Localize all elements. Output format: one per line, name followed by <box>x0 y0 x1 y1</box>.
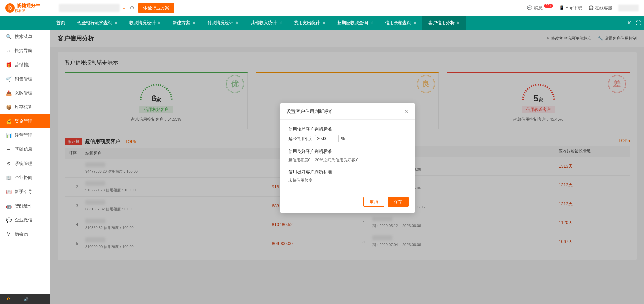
sidebar-icon: ⌂ <box>6 48 11 53</box>
sidebar-item-畅会员[interactable]: V畅会员 <box>0 227 50 241</box>
sidebar-icon: V <box>6 231 11 237</box>
sidebar-item-销售管理[interactable]: 🛒销售管理 <box>0 72 50 86</box>
gear-icon[interactable]: ⚙ <box>130 5 134 11</box>
credit-threshold-input[interactable] <box>315 135 339 142</box>
tab-close-all-icon[interactable]: ✕ <box>627 20 631 26</box>
cancel-button[interactable]: 取消 <box>363 197 384 207</box>
logo-text: 畅捷通好生 <box>17 3 40 8</box>
avatar[interactable] <box>618 5 639 11</box>
sidebar-item-营销推广[interactable]: 🎁营销推广 <box>0 58 50 72</box>
sidebar-item-企业协同[interactable]: 🏢企业协同 <box>0 171 50 185</box>
app-download-link[interactable]: 📱 App下载 <box>559 5 582 11</box>
logo-sub: 标准版 <box>15 9 40 13</box>
sidebar-icon: 🎁 <box>6 62 11 68</box>
modal-sec2-note: 超信用额度0 ~ 20%之间为信用良好客户 <box>288 157 406 163</box>
app-label: App下载 <box>566 5 582 11</box>
sidebar-item-label: 畅会员 <box>15 231 28 237</box>
save-button[interactable]: 保存 <box>388 197 409 207</box>
sidebar-bottom: ✿ 🔊 <box>0 294 50 304</box>
sidebar-item-label: 基础信息 <box>15 146 32 153</box>
phone-icon: 📱 <box>559 5 564 10</box>
badge: 99+ <box>544 4 553 8</box>
tab-close-icon[interactable]: ✕ <box>192 21 195 25</box>
sidebar-icon: ≣ <box>6 147 11 152</box>
tab-费用支出统计[interactable]: 费用支出统计✕ <box>288 16 331 30</box>
logo-icon: b <box>5 3 15 13</box>
sidebar-item-label: 系统管理 <box>15 161 32 167</box>
tab-close-icon[interactable]: ✕ <box>370 21 373 25</box>
sidebar-item-label: 资金管理 <box>15 118 32 124</box>
sidebar-item-label: 经营管理 <box>15 132 32 138</box>
sidebar-item-经营管理[interactable]: 📊经营管理 <box>0 128 50 142</box>
sidebar-item-智能硬件[interactable]: 🤖智能硬件 <box>0 199 50 213</box>
tab-close-icon[interactable]: ✕ <box>279 21 282 25</box>
tab-付款情况统计[interactable]: 付款情况统计✕ <box>201 16 245 30</box>
sidebar-icon: 💬 <box>6 217 11 223</box>
tab-fullscreen-icon[interactable]: ⛶ <box>636 20 641 26</box>
modal-mask: 设置客户信用判断标准 ✕ 信用较差客户判断标准 超出信用额度 % 信用良好客户判… <box>50 30 644 304</box>
sidebar-icon: 📖 <box>6 189 11 194</box>
sidebar-gear-icon[interactable]: ✿ <box>7 297 10 301</box>
message-icon: 💬 <box>527 5 532 10</box>
sidebar-item-资金管理[interactable]: 💰资金管理 <box>0 114 50 128</box>
sidebar-sound-icon[interactable]: 🔊 <box>24 297 29 301</box>
online-service-link[interactable]: 🎧 在线客服 <box>588 5 612 11</box>
sidebar-item-采购管理[interactable]: 📥采购管理 <box>0 86 50 100</box>
tab-信用余额查询[interactable]: 信用余额查询✕ <box>379 16 422 30</box>
sidebar-item-label: 新手引导 <box>15 189 32 195</box>
sidebar-item-label: 快捷导航 <box>15 48 32 54</box>
sidebar-item-企业微信[interactable]: 💬企业微信 <box>0 213 50 227</box>
sidebar-icon: 🔍 <box>6 34 11 39</box>
tab-close-icon[interactable]: ✕ <box>457 21 460 25</box>
tab-close-icon[interactable]: ✕ <box>235 21 239 25</box>
tab-close-icon[interactable]: ✕ <box>158 21 161 25</box>
modal-sec1-prefix: 超出信用额度 <box>288 136 312 142</box>
sidebar: 🔍搜索菜单⌂快捷导航🎁营销推广🛒销售管理📥采购管理📦库存核算💰资金管理📊经营管理… <box>0 30 50 304</box>
sidebar-item-label: 采购管理 <box>15 90 32 96</box>
close-icon[interactable]: ✕ <box>404 108 409 115</box>
tab-客户信用分析[interactable]: 客户信用分析✕ <box>422 16 466 30</box>
sidebar-icon: 📦 <box>6 104 11 110</box>
message-link[interactable]: 💬 消息 99+ <box>527 5 553 11</box>
tab-现金银行流水查询[interactable]: 现金银行流水查询✕ <box>71 16 123 30</box>
sidebar-item-label: 企业协同 <box>15 175 32 181</box>
experience-button[interactable]: 体验行业方案 <box>138 3 174 13</box>
modal-sec2-label: 信用良好客户判断标准 <box>288 148 406 155</box>
modal-credit-criteria: 设置客户信用判断标准 ✕ 信用较差客户判断标准 超出信用额度 % 信用良好客户判… <box>280 103 415 213</box>
sidebar-item-新手引导[interactable]: 📖新手引导 <box>0 185 50 199</box>
tab-收款情况统计[interactable]: 收款情况统计✕ <box>123 16 167 30</box>
tab-其他收入统计[interactable]: 其他收入统计✕ <box>245 16 288 30</box>
sidebar-icon: 🛒 <box>6 76 11 82</box>
sidebar-icon: 🤖 <box>6 203 11 209</box>
sidebar-item-快捷导航[interactable]: ⌂快捷导航 <box>0 44 50 58</box>
modal-sec1-label: 信用较差客户判断标准 <box>288 126 406 132</box>
tab-新建方案[interactable]: 新建方案✕ <box>167 16 201 30</box>
logo: b 畅捷通好生 标准版 <box>5 3 52 13</box>
modal-sec3-label: 信用极好客户判断标准 <box>288 169 406 175</box>
sidebar-item-label: 销售管理 <box>15 76 32 82</box>
sidebar-icon: ⚙ <box>6 161 11 166</box>
tab-超期应收款查询[interactable]: 超期应收款查询✕ <box>331 16 379 30</box>
sidebar-item-库存核算[interactable]: 📦库存核算 <box>0 100 50 114</box>
modal-sec3-note: 未超信用额度 <box>288 178 406 183</box>
sidebar-item-基础信息[interactable]: ≣基础信息 <box>0 142 50 157</box>
chevron-down-icon[interactable]: ⌄ <box>122 6 126 10</box>
sidebar-item-label: 企业微信 <box>15 217 32 223</box>
sidebar-item-label: 营销推广 <box>15 62 32 68</box>
headset-icon: 🎧 <box>588 5 594 10</box>
sidebar-item-label: 搜索菜单 <box>15 34 32 40</box>
tab-close-icon[interactable]: ✕ <box>322 21 325 25</box>
message-label: 消息 <box>534 5 543 11</box>
sidebar-item-系统管理[interactable]: ⚙系统管理 <box>0 157 50 171</box>
sidebar-icon: 📥 <box>6 90 11 96</box>
tab-close-icon[interactable]: ✕ <box>413 21 416 25</box>
sidebar-icon: 📊 <box>6 133 11 138</box>
tab-strip: 首页现金银行流水查询✕收款情况统计✕新建方案✕付款情况统计✕其他收入统计✕费用支… <box>0 16 644 30</box>
sidebar-item-label: 智能硬件 <box>15 203 32 209</box>
tab-close-icon[interactable]: ✕ <box>114 21 117 25</box>
sidebar-item-搜索菜单[interactable]: 🔍搜索菜单 <box>0 30 50 44</box>
tab-首页[interactable]: 首页 <box>50 16 71 30</box>
modal-title: 设置客户信用判断标准 <box>286 108 333 115</box>
service-label: 在线客服 <box>595 5 612 11</box>
company-selector[interactable] <box>59 4 120 12</box>
